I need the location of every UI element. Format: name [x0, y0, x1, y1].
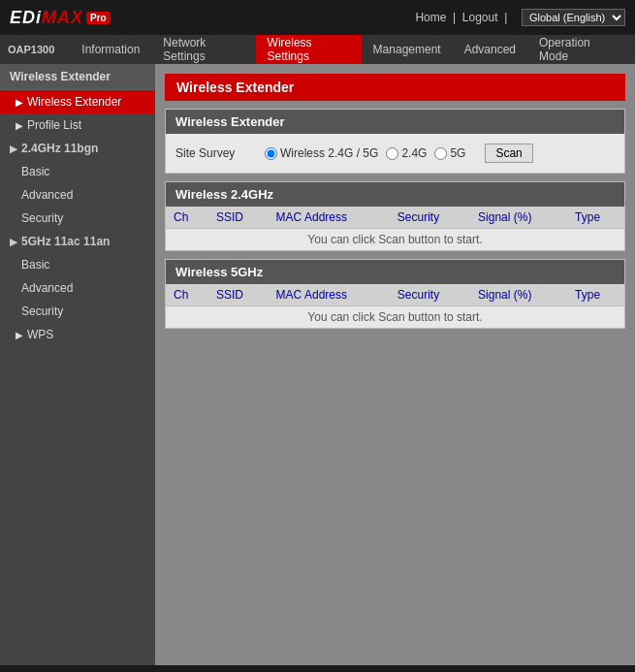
col-signal: Signal (%)	[470, 207, 567, 229]
card-2.4ghz-header: Wireless 2.4GHz	[166, 182, 624, 207]
sidebar-item-profile-list[interactable]: ▶ Profile List	[0, 113, 155, 137]
home-link[interactable]: Home	[415, 11, 446, 24]
sidebar-item-2.4ghz-group[interactable]: ▶ 2.4GHz 11bgn	[0, 137, 155, 160]
arrow-icon: ▶	[16, 330, 23, 340]
col-security: Security	[390, 207, 470, 229]
nav-operation-mode[interactable]: Operation Mode	[527, 35, 627, 64]
sidebar-item-wps[interactable]: ▶ WPS	[0, 323, 155, 346]
sidebar-item-2.4ghz-advanced[interactable]: Advanced	[0, 183, 155, 207]
footer: Copyright 2017 © EDIMAX Technology Co., …	[0, 665, 635, 672]
main-container: Wireless Extender ▶ Wireless Extender ▶ …	[0, 64, 635, 665]
radio-both-label: Wireless 2.4G / 5G	[280, 146, 378, 160]
radio-2.4g-label: 2.4G	[401, 146, 427, 160]
radio-5g[interactable]: 5G	[434, 146, 465, 160]
col-type-5g: Type	[567, 284, 624, 306]
sidebar-item-5ghz-advanced[interactable]: Advanced	[0, 276, 155, 300]
logout-link[interactable]: Logout	[462, 11, 498, 24]
col-mac-5g: MAC Address	[269, 284, 390, 306]
sidebar-label: Advanced	[21, 188, 73, 202]
sidebar-label: 5GHz 11ac 11an	[21, 235, 110, 248]
sidebar-label: Basic	[21, 258, 49, 272]
sidebar-item-5ghz-security[interactable]: Security	[0, 300, 155, 323]
sidebar-section-header: Wireless Extender	[0, 64, 155, 90]
card-5ghz-body: Ch SSID MAC Address Security Signal (%) …	[166, 284, 624, 328]
table-5ghz-empty-row: You can click Scan button to start.	[166, 306, 624, 329]
sidebar-label: Advanced	[21, 281, 73, 295]
card-wireless-5ghz: Wireless 5GHz Ch SSID MAC Address Securi…	[165, 259, 625, 329]
col-signal-5g: Signal (%)	[470, 284, 567, 306]
card-wireless-extender-header: Wireless Extender	[166, 110, 624, 134]
sidebar-item-5ghz-group[interactable]: ▶ 5GHz 11ac 11an	[0, 230, 155, 253]
navbar: OAP1300 Information Network Settings Wir…	[0, 35, 635, 64]
navbar-items: Information Network Settings Wireless Se…	[70, 35, 627, 64]
nav-network-settings[interactable]: Network Settings	[151, 35, 255, 64]
col-mac: MAC Address	[269, 207, 390, 229]
radio-2.4g-input[interactable]	[386, 147, 398, 160]
page-title: Wireless Extender	[165, 74, 625, 101]
sidebar-item-2.4ghz-basic[interactable]: Basic	[0, 160, 155, 183]
nav-management[interactable]: Management	[362, 35, 453, 64]
content-area: Wireless Extender Wireless Extender Site…	[155, 64, 635, 665]
logo: EDiMAX Pro	[10, 8, 111, 28]
header: EDiMAX Pro Home | Logout | Global (Engli…	[0, 0, 635, 35]
radio-group: Wireless 2.4G / 5G 2.4G 5G	[265, 146, 465, 160]
logo-edimax: EDiMAX	[10, 8, 83, 28]
card-wireless-extender-body: Site Survey Wireless 2.4G / 5G 2.4G 5	[166, 134, 624, 173]
sidebar-item-5ghz-basic[interactable]: Basic	[0, 253, 155, 276]
header-nav: Home | Logout | Global (English)	[415, 9, 625, 26]
sidebar-item-wireless-extender[interactable]: ▶ Wireless Extender	[0, 90, 155, 113]
arrow-icon: ▶	[16, 120, 23, 131]
sidebar-label: Security	[21, 304, 63, 318]
radio-both-input[interactable]	[265, 147, 277, 160]
col-ch: Ch	[166, 207, 208, 229]
logo-pro: Pro	[86, 12, 111, 24]
table-2.4ghz: Ch SSID MAC Address Security Signal (%) …	[166, 207, 624, 250]
nav-wireless-settings[interactable]: Wireless Settings	[256, 35, 362, 64]
nav-advanced[interactable]: Advanced	[453, 35, 527, 64]
site-survey-row: Site Survey Wireless 2.4G / 5G 2.4G 5	[175, 144, 615, 163]
sidebar-label: WPS	[27, 328, 53, 341]
sidebar-label: Security	[21, 211, 63, 225]
sidebar: Wireless Extender ▶ Wireless Extender ▶ …	[0, 64, 155, 665]
sidebar-label: Wireless Extender	[27, 95, 121, 109]
navbar-brand: OAP1300	[8, 44, 54, 55]
table-2.4ghz-header-row: Ch SSID MAC Address Security Signal (%) …	[166, 207, 624, 229]
sidebar-label: Profile List	[27, 118, 81, 132]
arrow-icon: ▶	[10, 237, 17, 247]
language-select[interactable]: Global (English)	[522, 9, 625, 26]
col-security-5g: Security	[390, 284, 470, 306]
radio-5g-input[interactable]	[434, 147, 447, 160]
radio-both[interactable]: Wireless 2.4G / 5G	[265, 146, 378, 160]
empty-message-2.4ghz: You can click Scan button to start.	[166, 229, 624, 251]
site-survey-label: Site Survey	[175, 146, 253, 160]
radio-2.4g[interactable]: 2.4G	[386, 146, 427, 160]
sidebar-label: 2.4GHz 11bgn	[21, 142, 98, 155]
card-5ghz-header: Wireless 5GHz	[166, 260, 624, 284]
radio-5g-label: 5G	[450, 146, 465, 160]
arrow-icon: ▶	[10, 144, 17, 154]
col-type: Type	[567, 207, 624, 229]
col-ch-5g: Ch	[166, 284, 208, 306]
table-5ghz: Ch SSID MAC Address Security Signal (%) …	[166, 284, 624, 328]
table-5ghz-header-row: Ch SSID MAC Address Security Signal (%) …	[166, 284, 624, 306]
card-wireless-2.4ghz: Wireless 2.4GHz Ch SSID MAC Address Secu…	[165, 181, 625, 251]
table-2.4ghz-empty-row: You can click Scan button to start.	[166, 229, 624, 251]
card-wireless-extender: Wireless Extender Site Survey Wireless 2…	[165, 109, 625, 174]
col-ssid: SSID	[208, 207, 269, 229]
sidebar-item-2.4ghz-security[interactable]: Security	[0, 207, 155, 230]
card-2.4ghz-body: Ch SSID MAC Address Security Signal (%) …	[166, 207, 624, 250]
sidebar-label: Basic	[21, 165, 49, 178]
empty-message-5ghz: You can click Scan button to start.	[166, 306, 624, 329]
col-ssid-5g: SSID	[208, 284, 269, 306]
nav-information[interactable]: Information	[70, 35, 151, 64]
scan-button[interactable]: Scan	[485, 144, 532, 163]
arrow-icon: ▶	[16, 97, 23, 108]
